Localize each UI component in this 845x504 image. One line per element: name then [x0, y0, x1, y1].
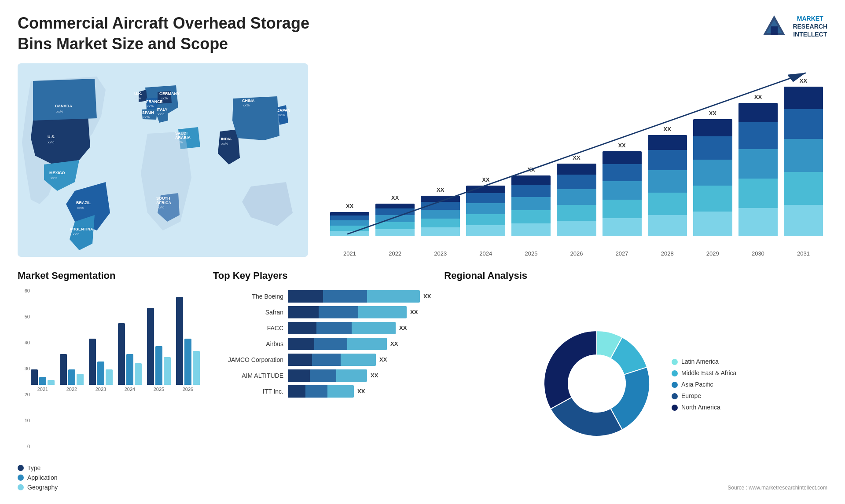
svg-text:INDIA: INDIA [221, 137, 232, 141]
player-name: FACC [213, 325, 283, 332]
player-bar-seg3 [341, 354, 376, 366]
bar-segment [603, 164, 642, 181]
seg-y-label: 50 [25, 314, 30, 319]
svg-text:xx%: xx% [161, 96, 168, 100]
player-bar-seg1 [288, 385, 305, 398]
seg-bar [176, 297, 183, 385]
bar-segment [330, 212, 369, 215]
player-bar-seg3 [347, 338, 387, 350]
player-bar-wrap: XX [288, 369, 431, 382]
regional-legend-dot [672, 405, 678, 411]
seg-y-label: 20 [25, 392, 30, 397]
seg-bar [97, 362, 104, 385]
bar-x-label: 2022 [375, 250, 415, 257]
seg-bar [106, 369, 113, 385]
bar-segment [784, 109, 823, 139]
seg-bar [68, 369, 75, 385]
bar-segment [330, 215, 369, 220]
seg-bar [147, 308, 154, 385]
regional-legend-dot [672, 370, 678, 376]
player-bar-seg2 [310, 369, 336, 382]
seg-bar [193, 351, 200, 385]
source-text: Source : www.marketresearchintellect.com [444, 485, 827, 491]
seg-bar [126, 354, 133, 385]
bar-segment [511, 210, 551, 223]
players-list: The BoeingXXSafranXXFACCXXAirbusXXJAMCO … [213, 290, 431, 398]
bar-value-label: XX [527, 166, 535, 173]
donut-segment [544, 331, 597, 409]
player-name: ITT Inc. [213, 388, 283, 395]
player-bar-seg3 [358, 306, 407, 318]
player-bar-wrap: XX [288, 322, 431, 334]
bar-segment [421, 210, 460, 219]
regional-legend-item: Asia Pacific [672, 381, 736, 388]
regional-title: Regional Analysis [444, 270, 827, 281]
player-name: AIM ALTITUDE [213, 372, 283, 379]
svg-text:U.S.: U.S. [48, 135, 55, 139]
player-bar [288, 290, 420, 303]
seg-bar [89, 339, 96, 385]
seg-legend-label: Type [27, 464, 40, 471]
svg-text:JAPAN: JAPAN [277, 108, 290, 113]
bar-group: XX [421, 186, 460, 236]
svg-text:xx%: xx% [56, 110, 63, 113]
bar-segment [648, 215, 687, 236]
svg-text:ITALY: ITALY [157, 107, 168, 112]
bar-segment [511, 223, 551, 236]
world-map: CANADA xx% U.S. xx% MEXICO xx% BRAZIL xx… [18, 63, 308, 257]
svg-text:xx%: xx% [158, 205, 164, 209]
bar-x-label: 2024 [466, 250, 505, 257]
seg-bar [164, 357, 171, 385]
player-xx-label: XX [357, 388, 365, 394]
bar-segment [557, 164, 596, 175]
player-bar-seg2 [312, 354, 341, 366]
seg-x-label: 2024 [118, 387, 142, 392]
bar-group: XX [557, 154, 596, 236]
svg-text:ARABIA: ARABIA [175, 135, 191, 140]
seg-legend-item: Geography [18, 484, 200, 491]
bar-segment [375, 229, 415, 236]
player-bar [288, 354, 376, 366]
bar-segment [648, 135, 687, 150]
player-bar-wrap: XX [288, 385, 431, 398]
svg-text:SOUTH: SOUTH [156, 196, 170, 201]
player-bar-seg2 [319, 306, 358, 318]
bar-segment [784, 87, 823, 109]
player-bar-seg3 [327, 385, 354, 398]
seg-bar [155, 346, 162, 385]
seg-legend-label: Application [27, 474, 58, 481]
bar-segment [784, 172, 823, 205]
regional-legend-dot [672, 359, 678, 365]
bar-segment [557, 221, 596, 236]
svg-text:CHINA: CHINA [242, 99, 255, 103]
seg-legend-item: Type [18, 464, 200, 471]
player-bar-seg1 [288, 354, 312, 366]
player-bar-seg1 [288, 306, 319, 318]
player-bar [288, 322, 396, 334]
bar-segment [330, 226, 369, 231]
bar-segment [693, 186, 732, 212]
players-panel: Top Key Players The BoeingXXSafranXXFACC… [213, 270, 431, 491]
logo-icon [761, 13, 787, 40]
seg-legend-item: Application [18, 474, 200, 481]
regional-legend-label: Asia Pacific [681, 381, 713, 388]
player-bar-wrap: XX [288, 290, 431, 303]
bar-segment [421, 202, 460, 210]
seg-bar-group [118, 323, 142, 385]
bar-segment [648, 150, 687, 170]
seg-x-label: 2023 [89, 387, 113, 392]
bar-segment [738, 149, 778, 179]
bar-segment [603, 181, 642, 200]
svg-text:xx%: xx% [243, 103, 250, 107]
bar-segment [603, 218, 642, 236]
bar-segment [648, 193, 687, 215]
bar-group: XX [330, 203, 369, 236]
player-bar-seg2 [323, 290, 367, 303]
regional-legend: Latin AmericaMiddle East & AfricaAsia Pa… [672, 358, 736, 411]
player-bar-wrap: XX [288, 354, 431, 366]
svg-text:U.K.: U.K. [134, 91, 142, 96]
bar-value-label: XX [800, 77, 807, 84]
seg-y-label: 40 [25, 340, 30, 345]
bar-segment [738, 122, 778, 149]
bar-value-label: XX [391, 194, 399, 201]
